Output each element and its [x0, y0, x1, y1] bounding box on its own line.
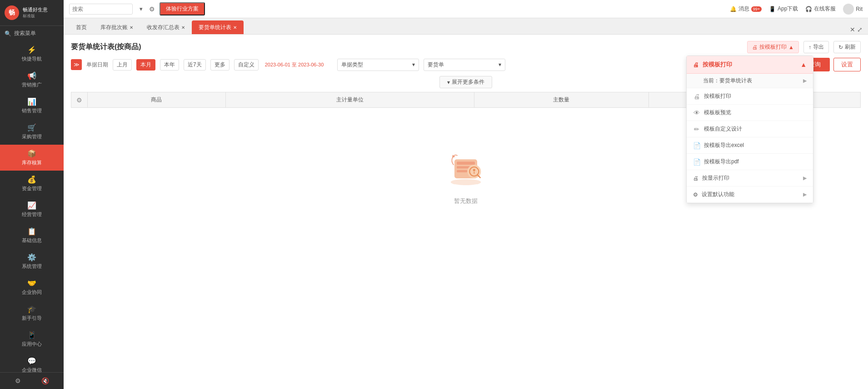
close-icon[interactable]: ✕: [181, 25, 185, 30]
online-service-button[interactable]: 🎧 在线客服: [805, 5, 836, 13]
app-download-button[interactable]: 📱 App下载: [769, 5, 798, 13]
topbar-gear-icon[interactable]: ⚙: [149, 5, 155, 13]
tab-order-stats[interactable]: 要货单统计表 ✕: [192, 20, 244, 34]
pdf-icon: 📄: [693, 158, 700, 166]
svg-point-0: [451, 179, 481, 185]
sidebar-item-label: 库存核算: [22, 159, 42, 166]
printer-icon: 🖨: [752, 44, 758, 51]
yh-type-filter[interactable]: 要货单 ▾: [424, 59, 505, 71]
user-name: Rit: [856, 6, 863, 12]
tab-receipt-summary[interactable]: 收发存汇总表 ✕: [140, 20, 192, 34]
settings-button[interactable]: 设置: [833, 58, 861, 71]
trial-button[interactable]: 体验行业方案: [160, 2, 205, 15]
header-actions: 🖨 按模板打印 ▲ ↑ 导出 ↻ 刷新: [747, 41, 861, 53]
basic-icon: 📋: [27, 227, 36, 236]
dropdown-current-item[interactable]: 当前：要货单统计表 ▶: [687, 74, 813, 88]
app-name: 畅通好生意: [23, 6, 48, 13]
minimize-icon[interactable]: ✕: [850, 26, 855, 33]
printer-header-icon: 🖨: [693, 61, 699, 68]
logo-icon: 畅: [5, 5, 19, 20]
sidebar-item-apps[interactable]: 📱 应用中心: [0, 326, 64, 352]
collab-icon: 🤝: [27, 279, 36, 288]
app-logo: 畅 畅通好生意 标准版: [0, 0, 64, 26]
tab-home[interactable]: 首页: [69, 20, 94, 34]
dropdown-item-template-preview[interactable]: 👁 模板板预览: [687, 105, 813, 121]
audio-icon[interactable]: 🔇: [41, 377, 49, 384]
table-gear-icon[interactable]: ⚙: [76, 96, 82, 104]
sub-label: 按显示打印: [702, 174, 729, 182]
refresh-button[interactable]: ↻ 刷新: [833, 41, 861, 53]
maximize-icon[interactable]: ⤢: [857, 26, 863, 33]
sidebar-nav: ⚡ 快捷导航 📢 营销推广 📊 销售管理 🛒 采购管理 📦 库存核算 💰 资金管…: [0, 41, 64, 372]
messages-button[interactable]: 🔔 消息 99+: [730, 5, 762, 13]
chevron-down-icon: ▾: [499, 61, 501, 68]
page-content: 要货单统计表(按商品) 🖨 按模板打印 ▲ ↑ 导出 ↻ 刷新 ≫: [64, 35, 868, 389]
dropdown-item-template-custom[interactable]: ✏ 模板自定义设计: [687, 121, 813, 137]
dropdown-item-label: 按模板打印: [704, 92, 731, 100]
sidebar-item-sales[interactable]: 📊 销售管理: [0, 93, 64, 119]
sidebar-item-purchase[interactable]: 🛒 采购管理: [0, 119, 64, 145]
dropdown-sub-display-print[interactable]: 🖨 按显示打印 ▶: [687, 170, 813, 187]
sidebar-item-system[interactable]: ⚙️ 系统管理: [0, 248, 64, 274]
operations-icon: 📈: [27, 201, 36, 210]
date-last-month[interactable]: 上月: [113, 59, 132, 71]
sidebar-item-finance[interactable]: 💰 资金管理: [0, 171, 64, 197]
tab-inventory-batch[interactable]: 库存批次账 ✕: [94, 20, 140, 34]
svg-rect-2: [457, 162, 475, 165]
preview-icon: 👁: [693, 109, 700, 116]
sidebar-item-label: 基础信息: [22, 237, 42, 244]
date-last-7[interactable]: 近7天: [184, 59, 206, 71]
main-area: ▾ ⚙ 体验行业方案 🔔 消息 99+ 📱 App下载 🎧 在线客服 Rit: [64, 0, 868, 389]
print-template-button[interactable]: 🖨 按模板打印 ▲: [747, 41, 799, 53]
sidebar-item-collab[interactable]: 🤝 企业协同: [0, 274, 64, 300]
sub-label: 设置默认功能: [702, 191, 734, 198]
dropdown-item-export-excel[interactable]: 📄 按模板导出excel: [687, 137, 813, 154]
dropdown-sub-set-default[interactable]: ⚙ 设置默认功能 ▶: [687, 187, 813, 203]
sidebar-item-marketing[interactable]: 📢 营销推广: [0, 67, 64, 93]
date-more[interactable]: 更多: [210, 59, 229, 71]
apps-icon: 📱: [27, 331, 36, 339]
sales-icon: 📊: [27, 97, 36, 106]
sidebar-item-quick-nav[interactable]: ⚡ 快捷导航: [0, 41, 64, 67]
dropdown-item-template-print[interactable]: 🖨 按模板打印: [687, 88, 813, 105]
bell-icon: 🔔: [730, 6, 737, 12]
topbar-dropdown-icon[interactable]: ▾: [137, 5, 145, 13]
design-icon: ✏: [693, 126, 700, 133]
table-col-quantity: 主数量: [474, 92, 649, 108]
sidebar-item-inventory[interactable]: 📦 库存核算: [0, 145, 64, 171]
dropdown-item-label: 模板板预览: [704, 109, 731, 116]
system-icon: ⚙️: [27, 253, 36, 262]
user-profile[interactable]: Rit: [843, 4, 863, 15]
display-print-icon: 🖨: [693, 175, 698, 182]
sidebar: 畅 畅通好生意 标准版 🔍 搜索菜单 ⚡ 快捷导航 📢 营销推广 📊 销售管理 …: [0, 0, 64, 389]
topbar-right: 🔔 消息 99+ 📱 App下载 🎧 在线客服 Rit: [730, 4, 863, 15]
date-this-year[interactable]: 本年: [160, 59, 179, 71]
chevron-right-sub-icon: ▶: [803, 175, 807, 181]
search-label: 搜索菜单: [14, 30, 36, 37]
sidebar-item-basic[interactable]: 📋 基础信息: [0, 222, 64, 248]
date-custom[interactable]: 自定义: [234, 59, 259, 71]
close-icon[interactable]: ✕: [233, 25, 237, 30]
marketing-icon: 📢: [27, 71, 36, 80]
dropdown-item-export-pdf[interactable]: 📄 按模板导出pdf: [687, 154, 813, 170]
quick-nav-icon: ⚡: [27, 45, 36, 54]
messages-badge: 99+: [751, 6, 762, 12]
sidebar-item-guide[interactable]: 🎓 新手引导: [0, 300, 64, 326]
close-icon[interactable]: ✕: [130, 25, 133, 30]
dropdown-close-icon[interactable]: ▲: [800, 61, 807, 68]
current-template-label: 当前：要货单统计表: [703, 77, 752, 85]
expand-icon[interactable]: ≫: [71, 59, 82, 70]
settings-icon[interactable]: ⚙: [15, 377, 21, 384]
yh-type-label: 要货单: [428, 61, 444, 69]
sidebar-item-operations[interactable]: 📈 经营管理: [0, 197, 64, 222]
svg-rect-4: [457, 170, 467, 172]
date-this-month[interactable]: 本月: [136, 59, 155, 71]
sidebar-search[interactable]: 🔍 搜索菜单: [0, 26, 64, 41]
sidebar-item-label: 新手引导: [22, 315, 42, 322]
tab-label: 收发存汇总表: [147, 24, 180, 31]
doc-type-filter[interactable]: 单据类型 ▾: [337, 59, 419, 71]
expand-more-button[interactable]: ▾ 展开更多条件: [439, 76, 492, 88]
export-button[interactable]: ↑ 导出: [803, 41, 829, 53]
topbar-search-input[interactable]: [69, 4, 133, 15]
sidebar-item-wechat[interactable]: 💬 企业微信: [0, 352, 64, 372]
